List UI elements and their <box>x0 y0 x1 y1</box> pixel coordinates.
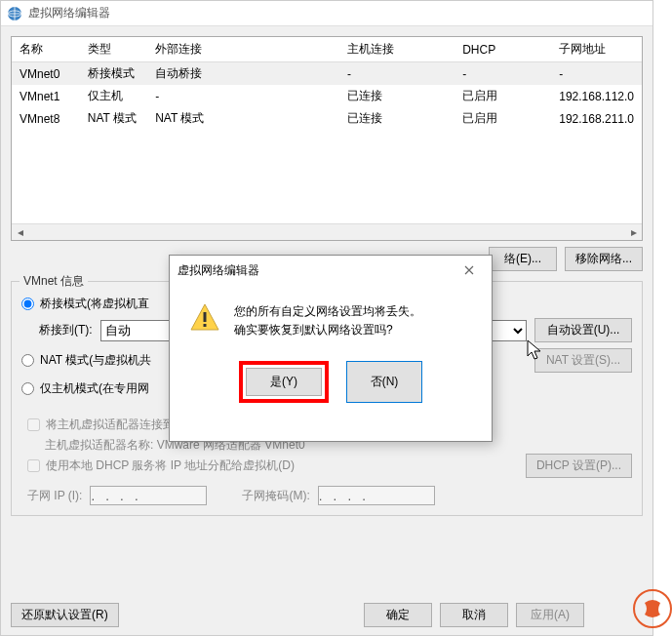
nat-settings-button[interactable]: NAT 设置(S)... <box>534 348 632 373</box>
network-table[interactable]: 名称 类型 外部连接 主机连接 DHCP 子网地址 VMnet0 桥接模式 自动… <box>11 36 643 241</box>
dhcp-settings-button[interactable]: DHCP 设置(P)... <box>526 454 632 478</box>
svg-rect-4 <box>204 324 207 327</box>
subnet-mask-field <box>318 486 435 505</box>
footer-buttons: 还原默认设置(R) 确定 取消 应用(A) <box>11 603 584 627</box>
no-button[interactable]: 否(N) <box>346 361 422 403</box>
connect-adapter-checkbox <box>27 418 40 431</box>
col-name[interactable]: 名称 <box>12 37 80 62</box>
add-network-button[interactable]: 络(E)... <box>489 247 557 271</box>
yes-button[interactable]: 是(Y) <box>246 368 322 396</box>
table-header-row: 名称 类型 外部连接 主机连接 DHCP 子网地址 <box>12 37 642 62</box>
bridged-radio[interactable] <box>21 298 34 310</box>
table-row[interactable]: VMnet1 仅主机 - 已连接 已启用 192.168.112.0 <box>12 85 642 107</box>
ok-button[interactable]: 确定 <box>364 603 432 627</box>
restore-defaults-button[interactable]: 还原默认设置(R) <box>11 603 119 627</box>
bridged-to-label: 桥接到(T): <box>39 322 93 338</box>
dialog-line1: 您的所有自定义网络设置均将丢失。 <box>234 302 421 321</box>
nat-radio[interactable] <box>21 354 34 367</box>
subnet-mask-label: 子网掩码(M): <box>242 488 309 504</box>
subnet-ip-field <box>90 486 207 505</box>
dialog-title: 虚拟网络编辑器 <box>178 262 259 279</box>
apply-button[interactable]: 应用(A) <box>516 603 584 627</box>
auto-settings-button[interactable]: 自动设置(U)... <box>534 318 632 342</box>
titlebar: 虚拟网络编辑器 <box>1 1 652 26</box>
use-dhcp-checkbox <box>27 459 40 472</box>
col-subnet[interactable]: 子网地址 <box>551 37 642 62</box>
horizontal-scrollbar[interactable]: ◂ ▸ <box>12 223 642 240</box>
vmnet-legend: VMnet 信息 <box>20 273 88 290</box>
app-icon <box>7 6 22 21</box>
col-dhcp[interactable]: DHCP <box>455 37 551 62</box>
cancel-button[interactable]: 取消 <box>440 603 508 627</box>
dialog-line2: 确实要恢复到默认网络设置吗? <box>234 321 421 339</box>
col-external[interactable]: 外部连接 <box>147 37 339 62</box>
host-only-label: 仅主机模式(在专用网 <box>40 380 149 397</box>
table-row[interactable]: VMnet8 NAT 模式 NAT 模式 已连接 已启用 192.168.211… <box>12 107 642 130</box>
yes-highlight: 是(Y) <box>239 361 329 403</box>
warning-icon <box>189 302 220 334</box>
confirm-dialog: 虚拟网络编辑器 您的所有自定义网络设置均将丢失。 确实要恢复到默认网络设置吗? … <box>169 255 493 442</box>
watermark-logo <box>633 589 672 628</box>
nat-label: NAT 模式(与虚拟机共 <box>40 352 151 369</box>
window-title: 虚拟网络编辑器 <box>28 5 110 21</box>
col-host[interactable]: 主机连接 <box>339 37 455 62</box>
col-type[interactable]: 类型 <box>80 37 147 62</box>
scroll-left-icon[interactable]: ◂ <box>14 226 26 239</box>
subnet-ip-label: 子网 IP (I): <box>27 488 82 504</box>
use-dhcp-label: 使用本地 DHCP 服务将 IP 地址分配给虚拟机(D) <box>46 457 295 474</box>
table-row[interactable]: VMnet0 桥接模式 自动桥接 - - - <box>12 62 642 86</box>
host-only-radio[interactable] <box>21 382 34 395</box>
close-icon[interactable] <box>455 260 484 280</box>
remove-network-button[interactable]: 移除网络... <box>565 247 643 271</box>
bridged-label: 桥接模式(将虚拟机直 <box>40 296 149 312</box>
scroll-right-icon[interactable]: ▸ <box>627 226 640 239</box>
svg-rect-3 <box>204 312 207 322</box>
